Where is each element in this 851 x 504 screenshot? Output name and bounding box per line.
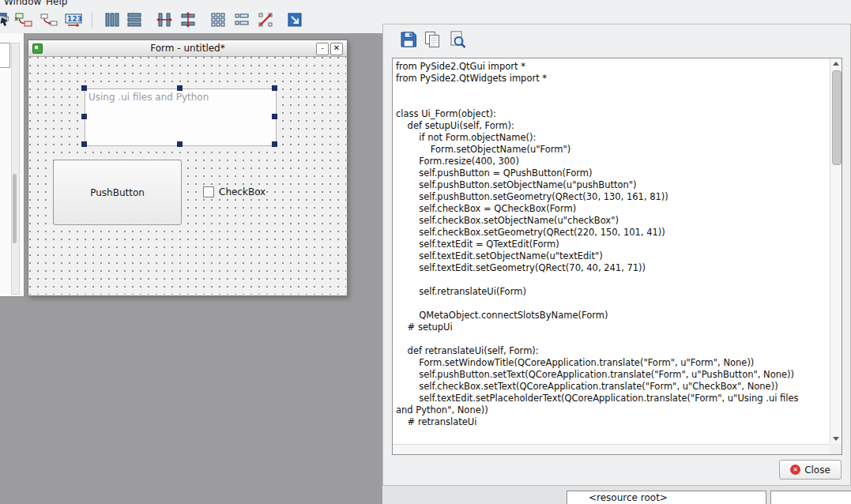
menu-window[interactable]: Window (4, 0, 41, 7)
adjust-size-button[interactable] (285, 10, 304, 29)
tab-order-digits: 123 (67, 15, 82, 23)
layout-grid-button[interactable] (209, 10, 228, 29)
scrollbar-corner (830, 444, 842, 454)
close-button[interactable]: ✕ Close (779, 460, 842, 480)
scroll-down-button[interactable] (830, 434, 842, 444)
selection-handle-ne[interactable] (272, 85, 277, 91)
widget-filter-input[interactable] (0, 43, 10, 68)
layout-horizontal-splitter-icon (156, 11, 173, 28)
checkbox-indicator[interactable] (203, 186, 214, 197)
vertical-scrollbar-thumb[interactable] (832, 70, 842, 165)
selection-handle-w[interactable] (81, 114, 87, 119)
selection-handle-s[interactable] (177, 141, 183, 147)
break-layout-icon (257, 11, 274, 28)
layout-horizontal-button[interactable] (103, 10, 122, 29)
main-toolbar: 123 (0, 7, 382, 34)
dock-scrollbar-thumb[interactable] (13, 174, 17, 243)
ui-file-icon (32, 43, 43, 54)
find-button[interactable] (447, 29, 468, 50)
break-layout-button[interactable] (256, 10, 275, 29)
code-vertical-scrollbar[interactable] (830, 58, 842, 444)
selection-handle-sw[interactable] (81, 141, 87, 147)
selection-handle-nw[interactable] (81, 85, 87, 91)
selection-handle-se[interactable] (272, 141, 277, 147)
textedit-widget[interactable]: Using .ui files and Python (85, 88, 277, 146)
edit-buddies-button[interactable] (40, 10, 58, 29)
scroll-up-button[interactable] (830, 58, 842, 69)
copy-icon (423, 30, 442, 49)
selection-handle-n[interactable] (177, 85, 183, 91)
menubar: Window Help (0, 0, 851, 7)
layout-grid-icon (209, 11, 227, 28)
code-view[interactable]: from PySide2.QtGui import * from PySide2… (392, 58, 842, 455)
layout-form-button[interactable] (232, 10, 251, 29)
save-icon (399, 30, 418, 49)
edit-tab-order-icon: 123 (65, 11, 82, 28)
dock-float-button[interactable]: ❐ (2, 15, 10, 24)
layout-vertical-button[interactable] (125, 10, 144, 29)
edit-tab-order-button[interactable]: 123 (64, 10, 83, 29)
checkbox-widget[interactable]: CheckBox (203, 175, 283, 208)
resource-panel-fragment (770, 491, 851, 504)
checkbox-label: CheckBox (219, 186, 265, 197)
toolbar-separator (92, 12, 92, 28)
widget-box-dock (0, 33, 24, 297)
close-button-label: Close (804, 465, 830, 476)
menu-help[interactable]: Help (46, 0, 67, 7)
pushbutton-widget[interactable]: PushButton (53, 160, 182, 225)
qt-designer-screen: Window Help (0, 0, 851, 504)
dock-close-button[interactable]: ✕ (12, 15, 21, 24)
layout-vertical-splitter-button[interactable] (179, 10, 198, 29)
layout-horizontal-icon (104, 11, 121, 28)
layout-form-icon (233, 11, 250, 28)
selection-handle-e[interactable] (272, 114, 277, 119)
form-close-button[interactable]: ✕ (330, 43, 343, 55)
layout-horizontal-splitter-button[interactable] (155, 10, 174, 29)
adjust-size-icon (286, 11, 303, 28)
code-text[interactable]: from PySide2.QtGui import * from PySide2… (393, 58, 830, 444)
copy-button[interactable] (422, 29, 442, 50)
layout-vertical-splitter-icon (179, 11, 197, 28)
down-arrow-icon (833, 437, 839, 441)
code-preview-dialog: from PySide2.QtGui import * from PySide2… (382, 24, 851, 486)
dock-scrollbar[interactable] (11, 43, 20, 295)
code-horizontal-scrollbar[interactable] (393, 444, 830, 454)
form-window-title: Form - untitled* (28, 43, 347, 54)
find-icon (448, 30, 467, 49)
up-arrow-icon (833, 62, 839, 66)
edit-buddies-icon (40, 11, 58, 28)
textedit-placeholder: Using .ui files and Python (85, 89, 276, 105)
save-button[interactable] (398, 29, 419, 50)
form-canvas[interactable]: Using .ui files and Python PushButton Ch… (29, 57, 346, 295)
form-window-titlebar[interactable]: Form - untitled* - ✕ (28, 40, 347, 57)
resource-root-item[interactable]: <resource root> (567, 491, 766, 504)
form-designer-window: Form - untitled* - ✕ Using .ui files and… (28, 39, 348, 296)
form-minimize-button[interactable]: - (316, 43, 329, 55)
close-circle-icon: ✕ (790, 465, 800, 475)
layout-vertical-icon (126, 11, 143, 28)
